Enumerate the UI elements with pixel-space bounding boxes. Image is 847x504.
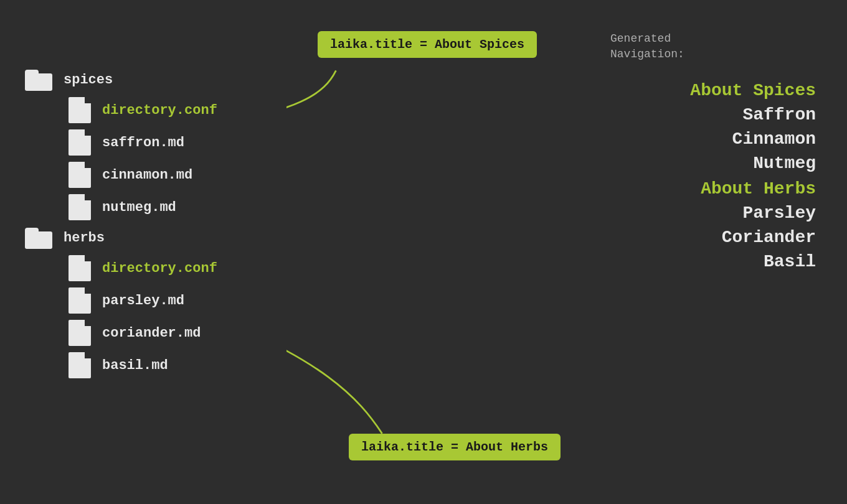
file-parsley: parsley.md xyxy=(69,287,286,314)
file-icon xyxy=(69,194,91,220)
folder-icon xyxy=(25,68,52,91)
folder-spices: spices xyxy=(25,68,286,91)
file-saffron-label: saffron.md xyxy=(102,135,184,151)
file-spices-directory-conf: directory.conf xyxy=(69,97,286,123)
file-cinnamon-label: cinnamon.md xyxy=(102,167,192,183)
file-icon xyxy=(69,129,91,156)
file-coriander: coriander.md xyxy=(69,320,286,346)
file-herbs-directory-conf: directory.conf xyxy=(69,255,286,281)
nav-items-list: About Spices Saffron Cinnamon Nutmeg Abo… xyxy=(610,81,822,271)
middle-area: laika.title = About Spices laika.title =… xyxy=(286,19,610,485)
folder-spices-label: spices xyxy=(64,72,113,88)
file-cinnamon: cinnamon.md xyxy=(69,162,286,188)
nav-panel: GeneratedNavigation: About Spices Saffro… xyxy=(610,19,822,485)
file-icon xyxy=(69,97,91,123)
nav-about-herbs: About Herbs xyxy=(610,179,822,198)
nav-cinnamon: Cinnamon xyxy=(610,129,822,149)
file-coriander-label: coriander.md xyxy=(102,325,201,341)
folder-herbs-label: herbs xyxy=(64,230,105,246)
nav-about-spices: About Spices xyxy=(610,81,822,100)
file-icon xyxy=(69,255,91,281)
annotation-bottom: laika.title = About Herbs xyxy=(349,434,561,460)
file-spices-directory-conf-label: directory.conf xyxy=(102,103,217,118)
nav-coriander: Coriander xyxy=(610,228,822,247)
main-container: spices directory.conf saffron.md cinnamo… xyxy=(0,0,847,504)
annotation-top: laika.title = About Spices xyxy=(318,31,537,58)
folder-icon xyxy=(25,226,52,249)
file-icon xyxy=(69,162,91,188)
nav-basil: Basil xyxy=(610,252,822,271)
file-basil: basil.md xyxy=(69,352,286,378)
file-saffron: saffron.md xyxy=(69,129,286,156)
nav-generated-label: GeneratedNavigation: xyxy=(610,31,822,62)
file-nutmeg-label: nutmeg.md xyxy=(102,200,176,215)
file-icon xyxy=(69,320,91,346)
file-icon xyxy=(69,287,91,314)
folder-herbs: herbs xyxy=(25,226,286,249)
file-nutmeg: nutmeg.md xyxy=(69,194,286,220)
file-basil-label: basil.md xyxy=(102,358,168,373)
nav-nutmeg: Nutmeg xyxy=(610,154,822,173)
arrows-svg xyxy=(286,19,610,485)
file-icon xyxy=(69,352,91,378)
file-herbs-directory-conf-label: directory.conf xyxy=(102,261,217,276)
file-parsley-label: parsley.md xyxy=(102,293,184,309)
file-tree: spices directory.conf saffron.md cinnamo… xyxy=(25,19,286,485)
nav-saffron: Saffron xyxy=(610,105,822,124)
nav-parsley: Parsley xyxy=(610,203,822,223)
